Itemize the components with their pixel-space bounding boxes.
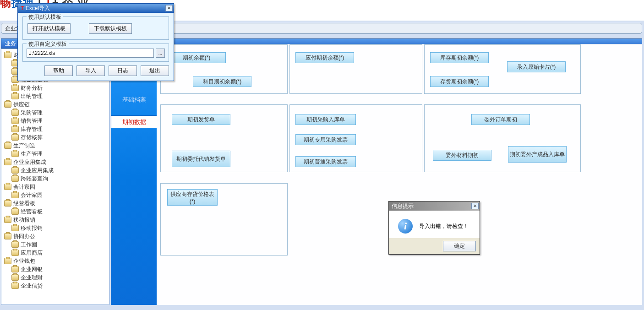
open-default-template-button[interactable]: 打开默认模板 bbox=[27, 23, 71, 34]
tile-inventory-init-balance[interactable]: 存货期初余额(*) bbox=[430, 76, 489, 87]
close-icon[interactable]: ✕ bbox=[165, 5, 173, 11]
tree-node[interactable]: 经营看板 bbox=[2, 199, 108, 207]
tree-node[interactable]: 企业应用集成 bbox=[2, 158, 108, 166]
title-t-icon: T bbox=[21, 5, 24, 11]
tile-init-special-purchase-invoice[interactable]: 期初专用采购发票 bbox=[295, 134, 356, 145]
message-titlebar[interactable]: 信息提示 ✕ bbox=[389, 201, 480, 211]
tree-node[interactable]: 出纳管理 bbox=[2, 92, 108, 100]
group-1c: 库存期初余额(*) 存货期初余额(*) 录入原始卡片(*) bbox=[424, 44, 581, 94]
folder-icon bbox=[4, 184, 11, 190]
tree-node[interactable]: 经营看板 bbox=[2, 207, 108, 216]
close-icon[interactable]: ✕ bbox=[471, 203, 479, 209]
tree-node[interactable]: 企业理财 bbox=[2, 273, 108, 282]
download-default-template-button[interactable]: 下载默认模板 bbox=[89, 23, 132, 34]
tree-node-label: 存货核算 bbox=[21, 134, 43, 141]
folder-icon bbox=[11, 134, 19, 141]
tree-node[interactable]: 企业钱包 bbox=[2, 257, 108, 265]
tree-node[interactable]: 企业应用集成 bbox=[2, 166, 108, 174]
legend-custom: 使用自定义模板 bbox=[27, 40, 69, 48]
folder-icon bbox=[11, 151, 19, 157]
tree-node[interactable]: 企业网银 bbox=[2, 265, 108, 273]
tile-stock-init-balance[interactable]: 库存期初余额(*) bbox=[430, 52, 489, 63]
tree-node-label: 企业网银 bbox=[21, 266, 43, 273]
tree-node-label: 企业理财 bbox=[21, 274, 43, 282]
panel-item-basic[interactable]: 基础档案 bbox=[111, 93, 157, 106]
folder-icon bbox=[11, 93, 19, 99]
message-text: 导入出错，请检查！ bbox=[419, 223, 469, 230]
browse-button[interactable]: ... bbox=[156, 49, 165, 58]
nav-tree: 财成本管理UFO报表现金流量表财务分析出纳管理供应链采购管理销售管理库存管理存货… bbox=[1, 49, 109, 305]
message-box: 信息提示 ✕ i 导入出错，请检查！ 确定 bbox=[388, 201, 480, 255]
ok-button[interactable]: 确定 bbox=[443, 241, 476, 251]
folder-icon bbox=[11, 118, 19, 124]
dialog-titlebar[interactable]: T Excel导入 ✕ bbox=[18, 4, 174, 13]
tree-node[interactable]: 工作圈 bbox=[2, 240, 108, 249]
tile-supplier-inventory-price[interactable]: 供应商存货价格表(*) bbox=[167, 189, 218, 206]
tree-node-label: 供应链 bbox=[13, 101, 30, 109]
group-3a: 供应商存货价格表(*) bbox=[160, 183, 288, 256]
tile-period-init-balance[interactable]: 期初余额(*) bbox=[167, 52, 226, 63]
group-2a: 期初发货单 期初委托代销发货单 bbox=[160, 104, 288, 172]
work-area: 期初余额(*) 科目期初余额(*) 应付期初余额(*) 库存期初余额(*) 存货… bbox=[157, 44, 642, 305]
tree-node[interactable]: 库存管理 bbox=[2, 125, 108, 133]
group-2c: 委外订单期初 委外材料期初 期初委外产成品入库单 bbox=[424, 104, 581, 172]
tree-node[interactable]: 会计家园 bbox=[2, 183, 108, 191]
tree-node[interactable]: 跨账套查询 bbox=[2, 174, 108, 183]
tree-node[interactable]: 供应链 bbox=[2, 100, 108, 109]
tree-node[interactable]: 移动报销 bbox=[2, 224, 108, 232]
info-icon: i bbox=[398, 219, 413, 234]
tile-outsource-order-init[interactable]: 委外订单期初 bbox=[471, 114, 530, 125]
folder-icon bbox=[4, 159, 11, 165]
tree-node[interactable]: 生产管理 bbox=[2, 150, 108, 158]
fieldset-custom-template: 使用自定义模板 ... bbox=[22, 44, 169, 62]
tree-node-label: 工作圈 bbox=[21, 241, 37, 249]
legend-default: 使用默认模板 bbox=[27, 13, 63, 21]
tree-node[interactable]: 协同办公 bbox=[2, 232, 108, 240]
tile-subject-init-balance[interactable]: 科目期初余额(*) bbox=[193, 76, 251, 87]
folder-icon bbox=[11, 283, 19, 289]
help-button[interactable]: 帮助 bbox=[44, 65, 73, 76]
tile-enter-original-card[interactable]: 录入原始卡片(*) bbox=[507, 61, 566, 72]
tile-init-normal-purchase-invoice[interactable]: 期初普通采购发票 bbox=[295, 156, 356, 167]
tile-init-shipment[interactable]: 期初发货单 bbox=[172, 114, 230, 125]
tree-node-label: 会计家园 bbox=[13, 183, 35, 191]
folder-icon bbox=[11, 126, 19, 132]
tree-node[interactable]: 企业信贷 bbox=[2, 282, 108, 290]
tile-payable-init-balance[interactable]: 应付期初余额(*) bbox=[295, 52, 354, 63]
folder-icon bbox=[11, 109, 19, 116]
tile-outsource-material-init[interactable]: 委外材料期初 bbox=[433, 150, 491, 161]
folder-icon bbox=[11, 85, 19, 91]
tree-node-label: 企业钱包 bbox=[13, 257, 35, 265]
folder-icon bbox=[11, 225, 19, 231]
log-button[interactable]: 日志 bbox=[109, 65, 137, 76]
tree-node[interactable]: 存货核算 bbox=[2, 133, 108, 141]
tree-node[interactable]: 应用商店 bbox=[2, 249, 108, 257]
folder-icon bbox=[4, 52, 11, 58]
tile-init-purchase-inbound[interactable]: 期初采购入库单 bbox=[295, 114, 356, 125]
tree-node[interactable]: 财务分析 bbox=[2, 84, 108, 92]
tab-business[interactable]: 业务 bbox=[5, 40, 16, 48]
folder-icon bbox=[4, 200, 11, 207]
folder-icon bbox=[11, 250, 19, 256]
group-2b: 期初采购入库单 期初专用采购发票 期初普通采购发票 bbox=[289, 104, 422, 172]
folder-icon bbox=[4, 217, 11, 223]
tree-node[interactable]: 会计家园 bbox=[2, 191, 108, 199]
tile-init-consignment-shipment[interactable]: 期初委托代销发货单 bbox=[172, 151, 230, 167]
folder-icon bbox=[4, 101, 11, 108]
tree-node[interactable]: 销售管理 bbox=[2, 117, 108, 125]
group-1b: 应付期初余额(*) bbox=[289, 44, 422, 94]
tile-outsource-finished-inbound[interactable]: 期初委外产成品入库单 bbox=[508, 146, 567, 163]
tree-node-label: 会计家园 bbox=[21, 191, 43, 199]
tree-node-label: 生产制造 bbox=[13, 142, 35, 150]
folder-icon bbox=[4, 258, 11, 264]
tree-node-label: 销售管理 bbox=[21, 117, 43, 125]
tree-node-label: 协同办公 bbox=[13, 233, 35, 240]
exit-button[interactable]: 退出 bbox=[141, 65, 169, 76]
panel-item-initdata[interactable]: 期初数据 bbox=[111, 115, 157, 128]
tree-node[interactable]: 生产制造 bbox=[2, 141, 108, 150]
tree-node[interactable]: 移动报销 bbox=[2, 216, 108, 224]
folder-icon bbox=[11, 266, 19, 272]
template-path-input[interactable] bbox=[27, 49, 154, 58]
import-button[interactable]: 导入 bbox=[76, 65, 105, 76]
tree-node[interactable]: 采购管理 bbox=[2, 109, 108, 117]
